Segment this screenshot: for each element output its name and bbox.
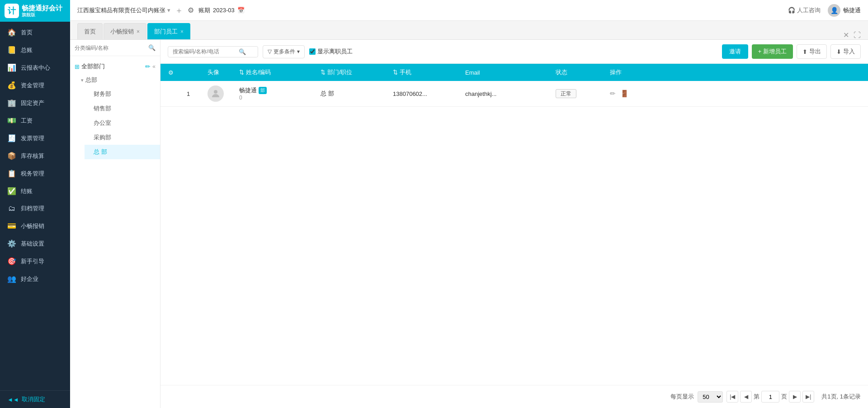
topbar-right: 🎧 人工咨询 👤 畅捷通 — [788, 4, 861, 17]
unpin-button[interactable]: ◄◄ 取消固定 — [0, 390, 70, 408]
sidebar-item-archive[interactable]: 🗂 归档管理 — [0, 200, 70, 217]
tab-expense-close[interactable]: × — [137, 28, 140, 35]
company-name: 江西服宝精品有限责任公司内账张 — [77, 6, 165, 14]
col-name[interactable]: ⇅ 姓名/编码 — [234, 64, 315, 81]
settings-icon[interactable]: ⚙ — [168, 69, 174, 76]
dept-search-input[interactable] — [75, 45, 148, 51]
dept-collapse-icon[interactable]: « — [152, 63, 156, 70]
sidebar-item-guide[interactable]: 🎯 新手引导 — [0, 252, 70, 270]
sidebar-item-inventory[interactable]: 📦 库存核算 — [0, 147, 70, 165]
headphone-icon: 🎧 — [788, 7, 795, 14]
sidebar-item-label: 好企业 — [21, 275, 38, 283]
dept-item-hq[interactable]: 总 部 — [85, 145, 160, 159]
funds-icon: 💰 — [7, 81, 16, 90]
total-info: 共1页, 1条记录 — [821, 393, 861, 401]
checkout-icon: ✅ — [7, 187, 16, 195]
add-employee-button[interactable]: + 新增员工 — [752, 44, 793, 59]
sidebar-nav: 🏠 首页 📒 总账 📊 云报表中心 💰 资金管理 🏢 固定资产 💵 工资 🧾 发… — [0, 22, 70, 390]
sidebar-item-salary[interactable]: 💵 工资 — [0, 112, 70, 129]
dept-item-purchase[interactable]: 采购部 — [85, 130, 160, 145]
dept-search-icon[interactable]: 🔍 — [148, 44, 156, 51]
per-page-label: 每页显示 — [670, 393, 694, 401]
settings-icon: ⚙️ — [7, 239, 16, 248]
sidebar-item-assets[interactable]: 🏢 固定资产 — [0, 94, 70, 112]
row-name-cell: 畅捷通 部 0 — [234, 81, 315, 107]
prev-page-button[interactable]: ◀ — [740, 391, 752, 403]
sidebar-item-label: 结账 — [21, 187, 33, 195]
archive-icon: 🗂 — [7, 204, 16, 213]
col-actions: 操作 — [604, 64, 868, 81]
last-page-button[interactable]: ▶| — [802, 391, 814, 403]
dept-item-finance[interactable]: 财务部 — [85, 87, 160, 101]
expand-window-icon[interactable]: ⛶ — [854, 31, 861, 39]
edit-icon[interactable]: ✏ — [610, 90, 616, 98]
calendar-icon: 📅 — [237, 7, 245, 14]
employee-dept: 总 部 — [321, 90, 334, 97]
sidebar-item-funds[interactable]: 💰 资金管理 — [0, 76, 70, 94]
sidebar-item-checkout[interactable]: ✅ 结账 — [0, 182, 70, 200]
dept-parent-general[interactable]: ▾ 总部 — [77, 73, 160, 87]
sidebar-item-label: 总账 — [21, 46, 33, 54]
export-button[interactable]: ⬆ 导出 — [797, 44, 827, 59]
search-icon[interactable]: 🔍 — [239, 48, 246, 55]
show-resigned-label[interactable]: 显示离职员工 — [309, 47, 353, 56]
tab-home[interactable]: 首页 — [77, 23, 103, 39]
col-phone[interactable]: ⇅ 手机 — [387, 64, 460, 81]
row-actions-cell: ✏ 🚪 — [604, 81, 868, 107]
employee-table-wrap: ⚙ 头像 ⇅ 姓名/编码 ⇅ — [160, 64, 868, 385]
sidebar-item-home[interactable]: 🏠 首页 — [0, 24, 70, 41]
table-row: 1 畅捷通 部 — [160, 81, 868, 107]
user-menu[interactable]: 👤 畅捷通 — [828, 4, 861, 17]
pagination: 每页显示 50 20 100 |◀ ◀ 第 页 ▶ ▶| 共1页, 1条记录 — [160, 385, 868, 408]
all-dept-header[interactable]: ⊞ 全部部门 ✏ « — [70, 60, 160, 73]
dept-group: ▾ 总部 财务部 销售部 办公室 采购部 总 部 — [77, 73, 160, 159]
per-page-select[interactable]: 50 20 100 — [698, 391, 723, 403]
expense-icon: 💳 — [7, 222, 16, 230]
col-settings[interactable]: ⚙ — [160, 64, 181, 81]
tab-dept[interactable]: 部门员工 × — [147, 23, 190, 39]
more-filter-button[interactable]: ▽ 更多条件 ▾ — [263, 45, 305, 58]
sidebar-item-tax[interactable]: 📋 税务管理 — [0, 165, 70, 182]
sidebar-item-settings[interactable]: ⚙️ 基础设置 — [0, 235, 70, 252]
employee-search-input[interactable] — [173, 48, 236, 55]
page-number-input[interactable] — [761, 391, 779, 403]
add-account-icon[interactable]: ＋ — [175, 5, 183, 16]
app-logo: 计 畅捷通好会计 旗舰版 — [0, 0, 70, 22]
show-resigned-checkbox[interactable] — [309, 48, 316, 55]
row-email-cell: chanjethkj... — [460, 81, 550, 107]
dept-item-office[interactable]: 办公室 — [85, 116, 160, 130]
support-button[interactable]: 🎧 人工咨询 — [788, 6, 821, 14]
sidebar-item-expense[interactable]: 💳 小畅报销 — [0, 217, 70, 235]
logo-main: 畅捷通好会计 — [22, 4, 62, 12]
filter-icon: ▽ — [268, 48, 272, 55]
dept-item-sales[interactable]: 销售部 — [85, 101, 160, 116]
sidebar-item-label: 新手引导 — [21, 257, 44, 266]
col-dept[interactable]: ⇅ 部门/职位 — [315, 64, 387, 81]
import-label: 导入 — [843, 47, 855, 56]
invite-button[interactable]: 邀请 — [722, 44, 748, 59]
import-button[interactable]: ⬇ 导入 — [830, 44, 861, 59]
company-selector[interactable]: 江西服宝精品有限责任公司内账张 ▾ — [77, 6, 170, 14]
sidebar-item-label: 固定资产 — [21, 99, 44, 107]
toolbar-action-buttons: 邀请 + 新增员工 ⬆ 导出 ⬇ 导入 — [722, 44, 861, 59]
sidebar-item-ledger[interactable]: 📒 总账 — [0, 41, 70, 59]
sidebar-item-reports[interactable]: 📊 云报表中心 — [0, 59, 70, 76]
period-selector[interactable]: 账期 2023-03 📅 — [198, 6, 245, 14]
tab-dept-close[interactable]: × — [180, 28, 184, 35]
row-avatar-cell — [202, 81, 234, 107]
first-page-button[interactable]: |◀ — [726, 391, 738, 403]
next-page-button[interactable]: ▶ — [789, 391, 801, 403]
dept-edit-icon[interactable]: ✏ — [145, 63, 151, 70]
import-icon: ⬇ — [836, 48, 841, 55]
sidebar-item-label: 税务管理 — [21, 170, 44, 178]
page-label: 页 — [781, 393, 787, 401]
logout-icon[interactable]: 🚪 — [620, 90, 629, 98]
sidebar-item-invoices[interactable]: 🧾 发票管理 — [0, 129, 70, 147]
tab-expense[interactable]: 小畅报销 × — [104, 23, 146, 39]
sidebar-item-enterprise[interactable]: 👥 好企业 — [0, 270, 70, 288]
logo-text: 畅捷通好会计 旗舰版 — [22, 4, 62, 18]
close-window-icon[interactable]: ✕ — [843, 31, 849, 39]
sidebar-item-label: 小畅报销 — [21, 222, 44, 230]
settings-gear-icon[interactable]: ⚙ — [188, 6, 194, 14]
tab-dept-label: 部门员工 — [154, 28, 178, 36]
